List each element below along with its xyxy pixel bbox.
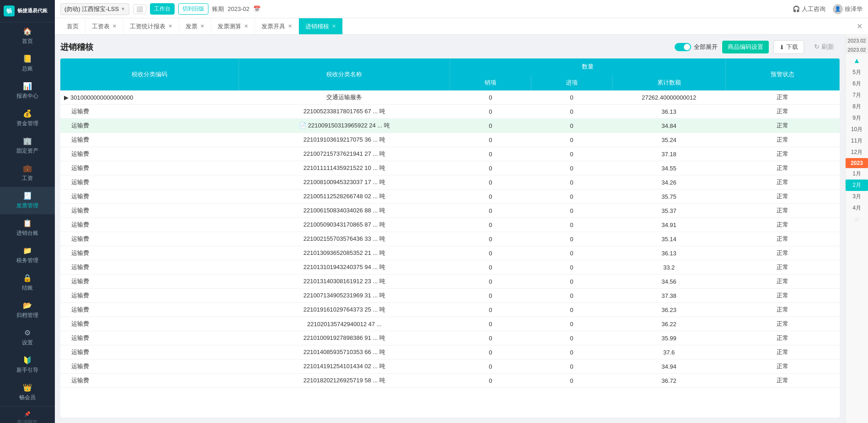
tab-invoice[interactable]: 发票✕ <box>179 18 211 34</box>
unit-text: 吨 <box>379 264 385 270</box>
row-invoice: 221007215737621941 27 ... 吨 <box>239 147 450 161</box>
month-11[interactable]: 11月 <box>846 135 868 147</box>
tab-close-invoice[interactable]: ✕ <box>200 23 204 29</box>
month-10[interactable]: 10月 <box>846 124 868 135</box>
product-code-btn[interactable]: 商品编码设置 <box>722 41 769 53</box>
table-row: 运输费 221020135742940012 47 ... 0 0 36.22 … <box>60 317 840 331</box>
table-row: 运输费 221018202126925719 58 ... 吨 0 0 36.7… <box>60 374 840 388</box>
row-cumulative: 36.22 <box>612 317 726 331</box>
row-sales: 0 <box>450 161 531 175</box>
main-area: (勿动) 江西报宝-LSS ▼ ⬜ 工作台 切到旧版 账期 2023-02 📅 … <box>55 0 868 423</box>
user-menu[interactable]: 👤 徐泽华 <box>833 4 863 14</box>
row-status: 正常 <box>726 360 840 374</box>
row-invoice: 221007134905231969 31 ... 吨 <box>239 289 450 303</box>
row-sales: 0 <box>450 331 531 345</box>
tab-invoice-open[interactable]: 发票开具✕ <box>255 18 299 34</box>
row-sales: 0 <box>450 317 531 331</box>
row-purchase: 0 <box>531 204 612 218</box>
tab-invoice-calc[interactable]: 发票测算✕ <box>211 18 255 34</box>
unpin-label: 取消固定 <box>17 419 37 423</box>
company-selector[interactable]: (勿动) 江西报宝-LSS ▼ <box>60 3 129 15</box>
period-label: 账期 <box>212 5 224 13</box>
row-purchase: 0 <box>531 303 612 317</box>
table-row: 运输费 221014085935710353 66 ... 吨 0 0 37.6… <box>60 345 840 360</box>
sidebar-item-member[interactable]: 👑 畅会员 <box>0 379 55 406</box>
row-name: 运输费 <box>60 289 239 303</box>
switch-old-btn[interactable]: 切到旧版 <box>178 3 208 15</box>
tab-reconcile[interactable]: 进销稽核✕ <box>299 18 343 34</box>
tab-home[interactable]: 首页 <box>60 18 85 34</box>
favorite-icon[interactable]: ☆ <box>852 214 862 225</box>
row-sales: 0 <box>450 204 531 218</box>
download-label: 下载 <box>786 43 798 51</box>
month-8[interactable]: 8月 <box>846 101 868 112</box>
sidebar-item-tax[interactable]: 📁 税务管理 <box>0 242 55 269</box>
sidebar-label-report: 报表中心 <box>16 92 38 100</box>
tab-close-invoice-calc[interactable]: ✕ <box>244 23 248 29</box>
refresh-btn[interactable]: ↻ 刷新 <box>809 41 840 53</box>
sidebar-label-intable: 进销台账 <box>16 229 38 237</box>
row-status: 正常 <box>726 232 840 246</box>
sidebar-item-salary[interactable]: 💼 工资 <box>0 159 55 187</box>
row-status: 正常 <box>726 374 840 388</box>
row-purchase: 0 <box>531 260 612 275</box>
sidebar-item-ledger[interactable]: 📒 总账 <box>0 50 55 77</box>
tab-close-salary-report[interactable]: ✕ <box>168 23 172 29</box>
unit-text: 吨 <box>379 334 385 341</box>
month-7[interactable]: 7月 <box>846 90 868 101</box>
tab-close-reconcile[interactable]: ✕ <box>332 23 336 29</box>
sidebar-item-invoice[interactable]: 🧾 发票管理 <box>0 187 55 214</box>
sidebar-label-member: 畅会员 <box>19 394 36 402</box>
sidebar-item-intable[interactable]: 📋 进销台账 <box>0 214 55 242</box>
month-2-current[interactable]: 2月 <box>846 180 868 191</box>
sidebar-item-report[interactable]: 📊 报表中心 <box>0 77 55 105</box>
sidebar-item-home[interactable]: 🏠 首页 <box>0 22 55 50</box>
row-purchase: 0 <box>531 374 612 388</box>
expand-arrow[interactable]: ▶ <box>64 94 69 101</box>
sidebar-item-guide[interactable]: 🔰 新手引导 <box>0 351 55 379</box>
tab-close-invoice-open[interactable]: ✕ <box>288 23 292 29</box>
sidebar-item-settings[interactable]: ⚙ 设置 <box>0 324 55 351</box>
tab-salary-report[interactable]: 工资统计报表✕ <box>123 18 179 34</box>
sidebar-item-capital[interactable]: 💰 资金管理 <box>0 105 55 132</box>
row-name: 运输费 <box>60 331 239 345</box>
tab-label-salary-report: 工资统计报表 <box>130 22 165 31</box>
row-invoice: 221018202126925719 58 ... 吨 <box>239 374 450 388</box>
scroll-up-arrow[interactable]: ▲ <box>852 55 863 67</box>
month-3[interactable]: 3月 <box>846 191 868 202</box>
col-cumulative-header: 累计数额 <box>612 75 726 90</box>
month-6[interactable]: 6月 <box>846 78 868 90</box>
sidebar-unpin[interactable]: 📌 取消固定 <box>0 407 55 423</box>
expand-toggle[interactable]: 全部展开 <box>675 43 718 51</box>
month-5[interactable]: 5月 <box>846 67 868 78</box>
row-status: 正常 <box>726 260 840 275</box>
support-btn[interactable]: 🎧 人工咨询 <box>793 5 825 13</box>
row-invoice: 221019103619217075 36 ... 吨 <box>239 133 450 147</box>
row-cumulative: 34.91 <box>612 218 726 232</box>
sidebar-item-close[interactable]: 🔒 结账 <box>0 269 55 296</box>
row-status: 正常 <box>726 190 840 204</box>
close-all-icon[interactable]: ✕ <box>857 22 863 31</box>
month-12[interactable]: 12月 <box>846 147 868 158</box>
row-purchase: 0 <box>531 133 612 147</box>
toggle-switch[interactable] <box>675 43 691 51</box>
tab-label-reconcile: 进销稽核 <box>305 22 329 31</box>
row-cumulative: 37.18 <box>612 147 726 161</box>
month-1[interactable]: 1月 <box>846 168 868 180</box>
calendar-icon[interactable]: 📅 <box>253 5 261 12</box>
sidebar-item-archive[interactable]: 📂 归档管理 <box>0 296 55 324</box>
workbench-btn[interactable]: 工作台 <box>150 3 175 15</box>
row-sales: 0 <box>450 147 531 161</box>
month-9[interactable]: 9月 <box>846 112 868 124</box>
download-btn[interactable]: ⬇ 下载 <box>773 40 804 54</box>
row-cumulative: 34.55 <box>612 161 726 175</box>
copy-btn[interactable]: ⬜ <box>133 4 146 14</box>
tab-label-home: 首页 <box>67 22 79 31</box>
unit-text: 吨 <box>379 136 385 143</box>
col-purchase-header: 进项 <box>531 75 612 90</box>
month-4[interactable]: 4月 <box>846 202 868 214</box>
sidebar-item-assets[interactable]: 🏢 固定资产 <box>0 132 55 159</box>
tab-close-salary[interactable]: ✕ <box>112 23 117 29</box>
tab-salary[interactable]: 工资表✕ <box>85 18 123 34</box>
row-status: 正常 <box>726 218 840 232</box>
